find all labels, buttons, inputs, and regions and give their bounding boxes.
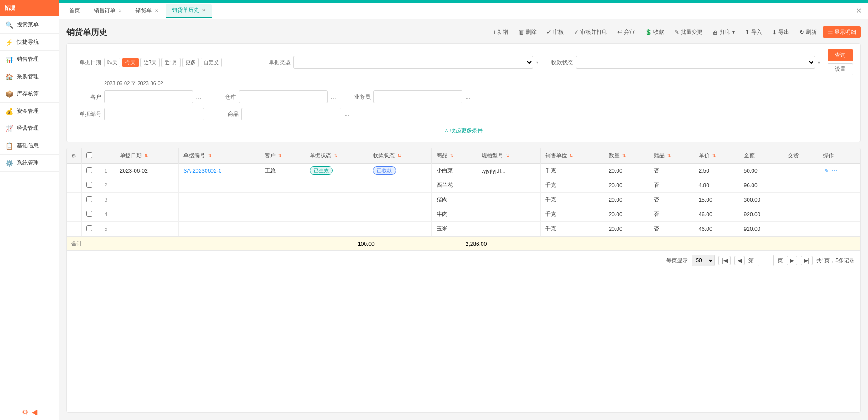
table-cell[interactable] xyxy=(81,207,97,222)
table-cell[interactable] xyxy=(81,193,97,207)
col-price[interactable]: 单价 ⇅ xyxy=(694,148,739,164)
warehouse-dots[interactable]: … xyxy=(331,94,336,100)
col-unit[interactable]: 销售单位 ⇅ xyxy=(540,148,604,164)
audit-button[interactable]: ✓ 审核 xyxy=(543,26,567,38)
last-page-btn[interactable]: ▶| xyxy=(801,256,813,265)
date-btn-more[interactable]: 更多 xyxy=(182,58,199,67)
delete-button[interactable]: 🗑 删除 xyxy=(515,26,540,38)
col-operation-label: 操作 xyxy=(823,152,834,159)
product-dots[interactable]: … xyxy=(344,111,350,117)
sidebar-collapse-btn[interactable]: ◀ xyxy=(32,408,37,416)
date-btn-custom[interactable]: 自定义 xyxy=(201,58,222,67)
refresh-button[interactable]: ↻ 刷新 xyxy=(796,26,820,38)
sidebar-item-system[interactable]: ⚙️ 系统管理 xyxy=(0,155,59,172)
page-header: 销货单历史 + 新增 🗑 删除 ✓ 审核 ✓ 审核并打印 xyxy=(66,26,861,38)
date-btn-today[interactable]: 今天 xyxy=(122,58,139,67)
table-cell[interactable] xyxy=(818,222,860,236)
prev-page-btn[interactable]: ◀ xyxy=(734,256,745,265)
export-button[interactable]: ⬇ 导出 xyxy=(768,26,793,38)
salesperson-dots[interactable]: … xyxy=(465,94,471,100)
close-all-tabs-btn[interactable]: ✕ xyxy=(853,6,864,15)
row-checkbox[interactable] xyxy=(86,211,92,217)
salesperson-input[interactable] xyxy=(373,90,462,103)
filter-settings-button[interactable]: 设置 xyxy=(828,63,853,75)
col-check xyxy=(81,148,97,164)
table-cell[interactable] xyxy=(179,222,260,236)
doc-type-select[interactable] xyxy=(293,56,533,69)
row-checkbox[interactable] xyxy=(86,167,92,173)
sidebar-item-inventory[interactable]: 📦 库存核算 xyxy=(0,85,59,103)
tab-home[interactable]: 首页 xyxy=(63,4,86,17)
customer-dots[interactable]: … xyxy=(196,94,201,100)
export-label: 导出 xyxy=(778,28,789,36)
warehouse-input[interactable] xyxy=(239,90,328,103)
first-page-btn[interactable]: |◀ xyxy=(718,256,730,265)
page-input[interactable]: 1 xyxy=(758,255,774,266)
sidebar-item-basic[interactable]: 📋 基础信息 xyxy=(0,137,59,155)
doc-link[interactable]: SA-20230602-0 xyxy=(183,168,221,174)
table-cell[interactable] xyxy=(818,193,860,207)
add-button[interactable]: + 新增 xyxy=(489,26,512,38)
customer-input[interactable] xyxy=(104,90,193,103)
display-detail-button[interactable]: ☰ 显示明细 xyxy=(823,26,861,38)
product-input[interactable] xyxy=(241,108,341,120)
payment-status-select[interactable] xyxy=(576,56,816,69)
sidebar-item-operations[interactable]: 📈 经营管理 xyxy=(0,120,59,137)
batch-change-button[interactable]: ✎ 批量变更 xyxy=(671,26,706,38)
col-spec[interactable]: 规格型号 ⇅ xyxy=(477,148,541,164)
sidebar-item-finance[interactable]: 💰 资金管理 xyxy=(0,103,59,120)
col-settings[interactable]: ⚙ xyxy=(67,148,81,164)
table-cell[interactable] xyxy=(81,178,97,193)
collapse-button[interactable]: ∧ 收起更多条件 xyxy=(74,125,853,136)
audit-icon: ✓ xyxy=(547,29,552,35)
table-cell[interactable] xyxy=(818,207,860,222)
main-area: 首页 销售订单 ✕ 销货单 ✕ 销货单历史 ✕ ✕ 销货单历史 + 新增 xyxy=(59,0,868,420)
table-cell[interactable] xyxy=(81,164,97,178)
col-product[interactable]: 商品 ⇅ xyxy=(432,148,477,164)
col-doc-status[interactable]: 单据状态 ⇅ xyxy=(305,148,368,164)
table-cell[interactable]: SA-20230602-0 xyxy=(179,164,260,178)
tab-sales-delivery[interactable]: 销货单 ✕ xyxy=(129,4,165,17)
tab-sales-delivery-close[interactable]: ✕ xyxy=(155,8,158,13)
sidebar-item-quicknav[interactable]: ⚡ 快捷导航 xyxy=(0,34,59,51)
table-cell[interactable] xyxy=(818,178,860,193)
table-cell[interactable] xyxy=(179,193,260,207)
import-button[interactable]: ⬆ 导入 xyxy=(741,26,766,38)
table-cell[interactable] xyxy=(179,207,260,222)
date-btn-7days[interactable]: 近7天 xyxy=(140,58,160,67)
docno-input[interactable] xyxy=(104,108,204,120)
abandon-button[interactable]: ↩ 弃审 xyxy=(614,26,638,38)
tab-sales-history[interactable]: 销货单历史 ✕ xyxy=(166,4,212,18)
date-range-display: 2023-06-02 至 2023-06-02 xyxy=(104,80,853,87)
col-gift[interactable]: 赠品 ⇅ xyxy=(649,148,694,164)
row-checkbox[interactable] xyxy=(86,196,92,202)
audit-print-button[interactable]: ✓ 审核并打印 xyxy=(570,26,611,38)
date-btn-1month[interactable]: 近1月 xyxy=(161,58,181,67)
print-button[interactable]: 🖨 打印 ▾ xyxy=(709,26,738,38)
more-btn[interactable]: ⋯ xyxy=(830,168,838,174)
sidebar-item-search[interactable]: 🔍 搜索菜单 xyxy=(0,16,59,34)
select-all-checkbox[interactable] xyxy=(86,152,92,158)
table-cell[interactable] xyxy=(81,222,97,236)
col-qty[interactable]: 数量 ⇅ xyxy=(604,148,649,164)
next-page-btn[interactable]: ▶ xyxy=(787,256,797,265)
sidebar-item-purchase[interactable]: 🏠 采购管理 xyxy=(0,68,59,85)
row-checkbox[interactable] xyxy=(86,225,92,231)
per-page-select[interactable]: 50 100 200 xyxy=(692,255,715,266)
tab-sales-order[interactable]: 销售订单 ✕ xyxy=(87,4,128,17)
row-checkbox[interactable] xyxy=(86,182,92,188)
table-cell[interactable]: ✎⋯ xyxy=(818,164,860,178)
date-btn-yesterday[interactable]: 昨天 xyxy=(104,58,120,67)
tab-sales-history-close[interactable]: ✕ xyxy=(202,8,206,13)
collect-button[interactable]: 💲 收款 xyxy=(641,26,668,38)
tab-sales-order-close[interactable]: ✕ xyxy=(118,8,122,13)
col-pay-status[interactable]: 收款状态 ⇅ xyxy=(368,148,432,164)
col-date[interactable]: 单据日期 ⇅ xyxy=(115,148,179,164)
sidebar-settings-btn[interactable]: ⚙ xyxy=(22,408,28,416)
edit-btn[interactable]: ✎ xyxy=(823,168,830,174)
table-cell[interactable] xyxy=(179,178,260,193)
col-customer[interactable]: 客户 ⇅ xyxy=(260,148,305,164)
query-button[interactable]: 查询 xyxy=(828,49,853,61)
sidebar-item-sales[interactable]: 📊 销售管理 xyxy=(0,51,59,68)
col-docno[interactable]: 单据编号 ⇅ xyxy=(179,148,260,164)
